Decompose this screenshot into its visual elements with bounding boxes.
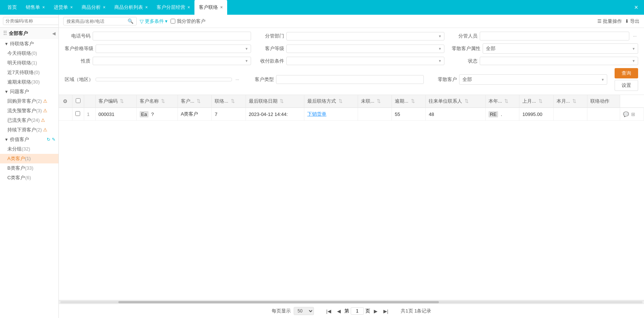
filter-select-price-level[interactable]: ▾ [96, 45, 251, 53]
per-page-select[interactable]: 50 100 200 [294, 307, 314, 315]
next-page-button[interactable]: ▶ [372, 308, 380, 315]
sidebar-item-lost[interactable]: 已流失客户(24)⚠ [0, 116, 58, 125]
filter-select-region[interactable] [96, 78, 232, 81]
edit-icon[interactable]: ✎ [52, 137, 56, 142]
toolbar-search-icon[interactable]: 🔍 [128, 18, 133, 24]
th-this-year[interactable]: 本年... ⇅ [485, 95, 519, 108]
group-value-customers[interactable]: ▼ 价值客户 ↻ ✎ [0, 135, 58, 144]
sort-type-icon: ⇅ [197, 98, 201, 104]
sidebar-item-today-pending[interactable]: 今天待联络(0) [0, 49, 58, 58]
query-button[interactable]: 查询 [615, 68, 638, 78]
th-last-date[interactable]: 最后联络日期 ⇅ [246, 95, 304, 108]
filter-select-dept[interactable]: ▾ [286, 32, 445, 40]
th-last-month[interactable]: 上月... ⇅ [519, 95, 553, 108]
filter-input-customer-type[interactable] [276, 75, 424, 84]
th-code[interactable]: 客户编码 ⇅ [95, 95, 136, 108]
filter-select-nature[interactable]: ▾ [93, 57, 251, 65]
tab-home[interactable]: 首页 [3, 0, 21, 15]
tab-customer-contact[interactable]: 客户联络 × [194, 0, 227, 15]
td-last-month [553, 108, 587, 121]
sidebar-collapse-icon[interactable]: ◀ [52, 31, 56, 36]
tab-goods-analysis-list[interactable]: 商品分析列表 × [110, 0, 152, 15]
select-all-checkbox[interactable] [76, 98, 80, 103]
region-more-icon[interactable]: ··· [234, 77, 241, 82]
export-button[interactable]: ⬇ 导出 [625, 18, 640, 25]
close-goods-analysis-tab[interactable]: × [103, 5, 105, 10]
td-overdue: 55 [392, 108, 426, 121]
row-checkbox[interactable] [75, 111, 80, 116]
per-page-label: 每页显示 [272, 308, 291, 314]
first-page-button[interactable]: |◀ [324, 308, 333, 315]
sort-lastmonth-icon: ⇅ [539, 98, 543, 104]
sidebar-item-7days-pending[interactable]: 近7天待联络(0) [0, 68, 58, 77]
tab-purchase[interactable]: 进货单 × [49, 0, 77, 15]
all-customers-header[interactable]: ⠿ 全部客户 ◀ [0, 28, 58, 39]
th-type[interactable]: 客户... ⇅ [178, 95, 211, 108]
warn-icon-2: ⚠ [41, 117, 45, 123]
batch-operation-button[interactable]: ☰ 批量操作 [597, 18, 622, 25]
th-this-month[interactable]: 本月... ⇅ [553, 95, 587, 108]
toolbar: 🔍 ▽ 更多条件 ▾ 我分管的客户 ☰ 批量操作 ⬇ 导出 [59, 15, 644, 28]
my-customers-checkbox[interactable] [171, 19, 175, 24]
filter-select-status[interactable]: ▾ [480, 57, 638, 65]
settings-button[interactable]: 设置 [615, 80, 638, 91]
th-visit-contact[interactable]: 往来单位联系人 ⇅ [426, 95, 485, 108]
chat-action-icon[interactable]: 💬 [623, 112, 629, 117]
sidebar-item-class-b[interactable]: B类客户(33) [0, 163, 58, 173]
chevron-down-icon: ▾ [165, 18, 168, 24]
my-customers-checkbox-label[interactable]: 我分管的客户 [171, 18, 205, 25]
tab-goods-analysis[interactable]: 商品分析 × [77, 0, 110, 15]
manager-more-icon[interactable]: ··· [632, 33, 638, 39]
tab-sales[interactable]: 销售单 × [21, 0, 49, 15]
chevron-status-icon: ▾ [633, 59, 635, 63]
horizontal-scrollbar[interactable] [59, 300, 644, 304]
close-segment-tab[interactable]: × [187, 5, 190, 10]
filter-input-phone[interactable] [93, 32, 251, 40]
th-contact[interactable]: 联络... ⇅ [212, 95, 246, 108]
prev-page-button[interactable]: ◀ [335, 308, 343, 315]
sidebar-item-repurchase-abnormal[interactable]: 回购异常客户(2)⚠ [0, 96, 58, 106]
filter-select-scattered[interactable]: 全部 ▾ [459, 74, 607, 85]
td-last-method: 下销货单 [304, 108, 358, 121]
th-overdue[interactable]: 逾期... ⇅ [392, 95, 426, 108]
close-purchase-tab[interactable]: × [70, 5, 73, 10]
filter-row-3: 性质 ▾ 收付款条件 ▾ 状态 [65, 57, 638, 65]
settings-gear-icon[interactable]: ⚙ [63, 98, 68, 104]
close-contact-tab[interactable]: × [220, 5, 223, 10]
filter-select-payment[interactable]: ▾ [286, 57, 445, 65]
qr-action-icon[interactable]: ⊞ [631, 112, 635, 117]
last-method-link[interactable]: 下销货单 [307, 111, 326, 117]
close-goods-list-tab[interactable]: × [145, 5, 148, 10]
sidebar-item-unclassified[interactable]: 未分组(32) [0, 144, 58, 154]
th-last-method[interactable]: 最后联络方式 ⇅ [304, 95, 358, 108]
refresh-icon[interactable]: ↻ [47, 137, 50, 142]
td-visit-contact: RE . [485, 108, 519, 121]
last-page-button[interactable]: ▶| [381, 308, 390, 315]
scroll-thumb[interactable] [118, 301, 439, 303]
th-name[interactable]: 客户名称 ⇅ [136, 95, 178, 108]
th-uncontact[interactable]: 未联... ⇅ [358, 95, 391, 108]
sidebar-item-overdue-pending[interactable]: 逾期未联络(30) [0, 77, 58, 87]
group-pending-contact[interactable]: ▼ 待联络客户 [0, 39, 58, 49]
sidebar-item-class-a[interactable]: A类客户(1) [0, 154, 58, 163]
td-type: A类客户 [178, 108, 211, 121]
page-number-input[interactable] [351, 307, 364, 315]
tab-customer-segment[interactable]: 客户分层经营 × [152, 0, 194, 15]
sidebar-search-input[interactable] [3, 17, 59, 25]
th-action: 联络动作 [587, 95, 620, 108]
filter-select-scattered-attr[interactable]: 全部 ▾ [483, 43, 638, 54]
filter-row-4: 区域（地区） ··· 客户类型 零散客户 全部 ▾ [65, 68, 638, 91]
group-problem-customers[interactable]: ▼ 问题客户 [0, 87, 58, 96]
sidebar-item-tomorrow-pending[interactable]: 明天待联络(1) [0, 58, 58, 68]
th-seq [84, 95, 95, 108]
more-filter-button[interactable]: ▽ 更多条件 ▾ [140, 18, 168, 25]
sidebar-item-declining[interactable]: 持续下滑客户(2)⚠ [0, 125, 58, 135]
th-gear[interactable]: ⚙ [59, 95, 72, 108]
window-close-button[interactable]: × [631, 4, 641, 11]
sidebar-item-loss-warning[interactable]: 流失预警客户(3)⚠ [0, 106, 58, 116]
filter-input-manager[interactable] [480, 32, 629, 40]
close-sales-tab[interactable]: × [42, 5, 45, 10]
toolbar-search-input[interactable] [67, 19, 128, 24]
filter-select-customer-level[interactable]: ▾ [286, 45, 445, 53]
sidebar-item-class-c[interactable]: C类客户(6) [0, 173, 58, 183]
